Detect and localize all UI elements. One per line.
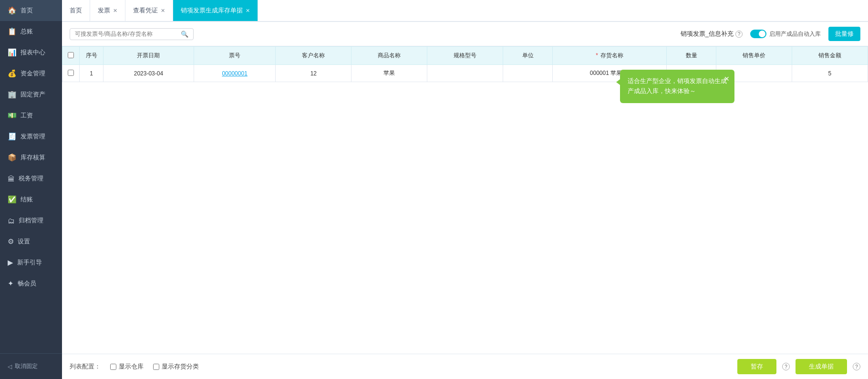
show-warehouse-checkbox[interactable] <box>110 364 116 370</box>
salary-icon: 💵 <box>8 111 17 120</box>
row-amount: 5 <box>792 65 868 82</box>
home-icon: 🏠 <box>8 6 17 15</box>
search-box[interactable]: 🔍 <box>70 28 194 40</box>
row-unit <box>503 65 553 82</box>
th-customer: 客户名称 <box>276 47 351 65</box>
sidebar-item-inventory[interactable]: 📦 库存核算 <box>0 147 62 168</box>
select-all-checkbox[interactable] <box>68 52 74 58</box>
batch-button[interactable]: 批量修 <box>828 27 860 41</box>
footer: 列表配置： 显示仓库 显示存货分类 暂存 ? 生成单据 ? <box>62 354 868 379</box>
settings-icon: ⚙ <box>8 237 14 246</box>
th-seq: 序号 <box>80 47 103 65</box>
th-amount: 销售金额 <box>792 47 868 65</box>
sidebar-item-tax[interactable]: 🏛 税务管理 <box>0 168 62 189</box>
row-goods: 苹果 <box>351 65 427 82</box>
th-unit-price: 销售单价 <box>716 47 792 65</box>
closing-icon: ✅ <box>8 195 17 204</box>
sidebar-item-ledger[interactable]: 📋 总账 <box>0 21 62 42</box>
guide-icon: ▶ <box>8 258 13 267</box>
main-area: 首页 发票 ✕ 查看凭证 ✕ 销项发票生成库存单据 ✕ 🔍 销项发票_信息补充 <box>62 0 868 379</box>
sidebar-item-archive[interactable]: 🗂 归档管理 <box>0 210 62 231</box>
sidebar-bottom: ◁ 取消固定 <box>0 353 62 379</box>
invoice-icon: 🧾 <box>8 132 17 141</box>
search-icon: 🔍 <box>181 31 188 38</box>
table-row: 1 2023-03-04 00000001 12 苹果 000001 苹果 个 … <box>62 65 868 82</box>
sidebar-item-guide[interactable]: ▶ 新手引导 <box>0 252 62 273</box>
toggle-switch[interactable]: 启用产成品自动入库 <box>750 30 821 38</box>
show-warehouse-option[interactable]: 显示仓库 <box>110 362 144 371</box>
row-ticket-no[interactable]: 00000001 <box>194 65 275 82</box>
tab-voucher-close[interactable]: ✕ <box>161 8 165 14</box>
sidebar-item-invoice[interactable]: 🧾 发票管理 <box>0 126 62 147</box>
toggle-track[interactable] <box>750 30 766 38</box>
assets-icon: 🏢 <box>8 90 17 99</box>
sidebar-item-funds[interactable]: 💰 资金管理 <box>0 63 62 84</box>
archive-icon: 🗂 <box>8 217 15 225</box>
info-icon[interactable]: ? <box>735 31 743 38</box>
search-input[interactable] <box>75 31 178 37</box>
tab-generate-inventory[interactable]: 销项发票生成库存单据 ✕ <box>173 0 258 21</box>
sidebar-item-member[interactable]: ✦ 畅会员 <box>0 273 62 294</box>
tooltip-close-button[interactable]: ✕ <box>724 74 730 84</box>
row-seq: 1 <box>80 65 103 82</box>
undo-icon: ◁ <box>8 363 12 370</box>
row-checkbox-cell <box>62 65 80 82</box>
tab-bar: 首页 发票 ✕ 查看凭证 ✕ 销项发票生成库存单据 ✕ <box>62 0 868 22</box>
th-unit: 单位 <box>503 47 553 65</box>
toggle-thumb <box>759 31 765 37</box>
row-customer: 12 <box>276 65 351 82</box>
show-category-checkbox[interactable] <box>153 364 159 370</box>
sidebar-item-home[interactable]: 🏠 首页 <box>0 0 62 21</box>
th-checkbox <box>62 47 80 65</box>
ledger-icon: 📋 <box>8 27 17 36</box>
sidebar-item-salary[interactable]: 💵 工资 <box>0 105 62 126</box>
row-checkbox[interactable] <box>68 70 74 76</box>
toolbar-right: 销项发票_信息补充 ? 启用产成品自动入库 批量修 <box>681 27 860 41</box>
generate-help-icon[interactable]: ? <box>853 363 860 370</box>
th-ticket-no: 票号 <box>194 47 275 65</box>
required-star: * <box>596 52 598 59</box>
tab-home[interactable]: 首页 <box>62 0 90 21</box>
footer-actions: 暂存 ? 生成单据 ? <box>737 359 860 374</box>
sidebar: 🏠 首页 📋 总账 📊 报表中心 💰 资金管理 🏢 固定资产 💵 工资 🧾 发票… <box>0 0 62 379</box>
tab-invoice[interactable]: 发票 ✕ <box>90 0 125 21</box>
ticket-link[interactable]: 00000001 <box>222 70 247 77</box>
undo-fixed-button[interactable]: ◁ 取消固定 <box>0 358 62 375</box>
member-icon: ✦ <box>8 279 14 288</box>
tooltip-popup: ✕ 适合生产型企业，销项发票自动生成产成品入库，快来体验～ <box>620 70 734 103</box>
reports-icon: 📊 <box>8 48 17 57</box>
table-wrapper: 序号 开票日期 票号 客户名称 商品名称 规格型号 单位 * 存货名称 数量 销… <box>62 46 868 354</box>
save-help-icon[interactable]: ? <box>782 363 790 370</box>
th-qty: 数量 <box>667 47 716 65</box>
tax-icon: 🏛 <box>8 175 15 183</box>
th-date: 开票日期 <box>103 47 194 65</box>
save-button[interactable]: 暂存 <box>737 359 776 374</box>
tab-generate-close[interactable]: ✕ <box>246 8 250 14</box>
inventory-icon: 📦 <box>8 153 17 162</box>
info-label: 销项发票_信息补充 ? <box>681 30 743 38</box>
tab-invoice-close[interactable]: ✕ <box>113 8 117 14</box>
footer-config-label: 列表配置： <box>70 362 101 371</box>
sidebar-item-assets[interactable]: 🏢 固定资产 <box>0 84 62 105</box>
data-table: 序号 开票日期 票号 客户名称 商品名称 规格型号 单位 * 存货名称 数量 销… <box>62 46 868 82</box>
th-goods: 商品名称 <box>351 47 427 65</box>
sidebar-item-reports[interactable]: 📊 报表中心 <box>0 42 62 63</box>
generate-button[interactable]: 生成单据 <box>796 359 847 374</box>
row-spec <box>427 65 503 82</box>
sidebar-item-closing[interactable]: ✅ 结账 <box>0 189 62 210</box>
funds-icon: 💰 <box>8 69 17 78</box>
show-category-option[interactable]: 显示存货分类 <box>153 362 199 371</box>
content-area: 🔍 销项发票_信息补充 ? 启用产成品自动入库 批量修 <box>62 22 868 379</box>
row-date: 2023-03-04 <box>103 65 194 82</box>
th-spec: 规格型号 <box>427 47 503 65</box>
tab-voucher[interactable]: 查看凭证 ✕ <box>125 0 173 21</box>
sidebar-item-settings[interactable]: ⚙ 设置 <box>0 231 62 252</box>
th-inventory: * 存货名称 <box>553 47 667 65</box>
toolbar: 🔍 销项发票_信息补充 ? 启用产成品自动入库 批量修 <box>62 22 868 46</box>
